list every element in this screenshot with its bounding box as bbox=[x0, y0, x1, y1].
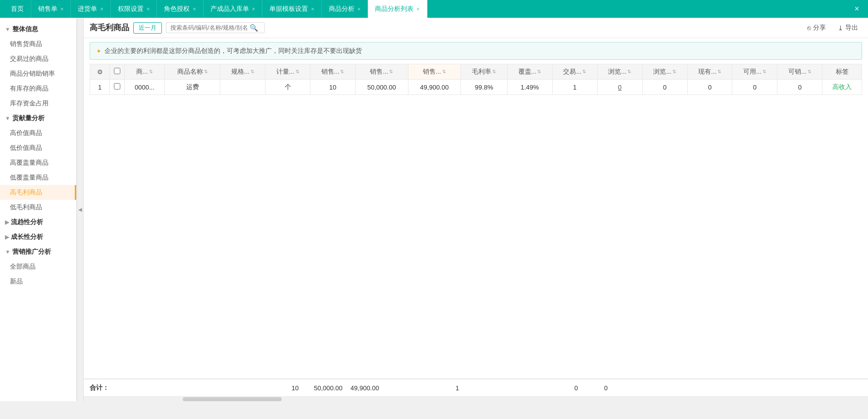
sidebar-item-high-value[interactable]: 高价值商品 bbox=[0, 126, 76, 140]
sidebar: ▼ 整体信息 销售货商品 交易过的商品 商品分销助销率 有库存的商品 库存资金占… bbox=[0, 18, 77, 401]
th-view1[interactable]: 浏览... ⇅ bbox=[597, 64, 642, 80]
sidebar-item-low-coverage[interactable]: 低覆盖量商品 bbox=[0, 170, 76, 185]
nav-inbound[interactable]: 产成品入库单 × bbox=[204, 0, 262, 18]
arrow-trend: ▶ bbox=[5, 219, 9, 226]
th-unit[interactable]: 计量... ⇅ bbox=[265, 64, 310, 80]
td-spec bbox=[220, 80, 265, 95]
sort-icon-sale-amt: ⇅ bbox=[389, 69, 393, 74]
sidebar-item-sales-goods[interactable]: 销售货商品 bbox=[0, 37, 76, 51]
search-icon[interactable]: 🔍 bbox=[250, 24, 258, 32]
data-table: ⚙ 商... ⇅ 商品名称 bbox=[90, 64, 862, 95]
sidebar-group-marketing[interactable]: ▼ 营销推广分析 bbox=[0, 244, 76, 259]
sidebar-collapse-handle[interactable]: ◀ bbox=[77, 18, 84, 401]
sort-icon-current-stock: ⇅ bbox=[717, 69, 721, 74]
th-coverage[interactable]: 覆盖... ⇅ bbox=[508, 64, 553, 80]
horizontal-scrollbar[interactable] bbox=[84, 396, 868, 401]
sidebar-group-overview[interactable]: ▼ 整体信息 bbox=[0, 22, 76, 37]
th-code[interactable]: 商... ⇅ bbox=[125, 64, 165, 80]
th-view2[interactable]: 浏览... ⇅ bbox=[642, 64, 687, 80]
nav-analysis-close[interactable]: × bbox=[357, 6, 360, 12]
select-all-checkbox[interactable] bbox=[114, 68, 120, 74]
sidebar-item-new-goods[interactable]: 新品 bbox=[0, 274, 76, 289]
sidebar-item-stock-goods[interactable]: 有库存的商品 bbox=[0, 81, 76, 96]
arrow-marketing: ▼ bbox=[5, 249, 10, 255]
sidebar-group-contribution[interactable]: ▼ 贡献量分析 bbox=[0, 111, 76, 126]
th-current-stock[interactable]: 现有... ⇅ bbox=[687, 64, 732, 80]
nav-sales[interactable]: 销售单 × bbox=[31, 0, 71, 18]
td-check[interactable] bbox=[110, 80, 125, 95]
td-view2: 0 bbox=[642, 80, 687, 95]
nav-role[interactable]: 角色授权 × bbox=[157, 0, 203, 18]
share-icon: ⎋ bbox=[807, 24, 811, 32]
sidebar-item-traded-goods[interactable]: 交易过的商品 bbox=[0, 51, 76, 66]
sidebar-item-low-margin[interactable]: 低毛利商品 bbox=[0, 200, 76, 215]
sort-icon-sale-profit: ⇅ bbox=[442, 69, 446, 74]
th-available[interactable]: 可用... ⇅ bbox=[732, 64, 777, 80]
arrow-contribution: ▼ bbox=[5, 115, 10, 121]
th-spec[interactable]: 规格... ⇅ bbox=[220, 64, 265, 80]
content-area: 高毛利商品 近一月 🔍 ⎋ 分享 ⤓ 导出 ✦ 企业的主要的利润都是这部分商品创… bbox=[84, 18, 868, 401]
search-input[interactable] bbox=[170, 24, 250, 31]
nav-purchase-close[interactable]: × bbox=[100, 6, 103, 12]
scroll-thumb[interactable] bbox=[183, 397, 282, 401]
gear-icon[interactable]: ⚙ bbox=[97, 68, 103, 76]
td-trade: 1 bbox=[552, 80, 597, 95]
td-view1[interactable]: 0 bbox=[597, 80, 642, 95]
export-button[interactable]: ⤓ 导出 bbox=[834, 22, 862, 34]
filter-recent-month-button[interactable]: 近一月 bbox=[133, 22, 162, 34]
sidebar-item-stock-capital[interactable]: 库存资金占用 bbox=[0, 96, 76, 111]
sort-icon-unit: ⇅ bbox=[296, 69, 300, 74]
td-num: 1 bbox=[90, 80, 110, 95]
td-coverage: 1.49% bbox=[508, 80, 553, 95]
footer-sale-profit: 49,900.00 bbox=[347, 384, 383, 392]
top-navigation: 首页 销售单 × 进货单 × 权限设置 × 角色授权 × 产成品入库单 × 单据… bbox=[0, 0, 868, 18]
th-trade[interactable]: 交易... ⇅ bbox=[552, 64, 597, 80]
nav-sales-close[interactable]: × bbox=[60, 6, 63, 12]
nav-template-close[interactable]: × bbox=[311, 6, 314, 12]
sidebar-item-low-value[interactable]: 低价值商品 bbox=[0, 140, 76, 155]
table-header-row: ⚙ 商... ⇅ 商品名称 bbox=[90, 64, 862, 80]
td-available: 0 bbox=[732, 80, 777, 95]
td-unit: 个 bbox=[265, 80, 310, 95]
th-tag[interactable]: 标签 bbox=[822, 64, 862, 80]
th-saleable[interactable]: 可销... ⇅ bbox=[777, 64, 822, 80]
nav-role-close[interactable]: × bbox=[193, 6, 196, 12]
sort-icon-gross-margin: ⇅ bbox=[492, 69, 496, 74]
nav-permission[interactable]: 权限设置 × bbox=[111, 0, 157, 18]
row-checkbox[interactable] bbox=[114, 83, 120, 90]
nav-purchase[interactable]: 进货单 × bbox=[71, 0, 110, 18]
sort-icon-saleable: ⇅ bbox=[808, 69, 812, 74]
th-gross-margin[interactable]: 毛利率 ⇅ bbox=[461, 64, 508, 80]
content-header: 高毛利商品 近一月 🔍 ⎋ 分享 ⤓ 导出 bbox=[84, 18, 868, 38]
sidebar-group-growth[interactable]: ▶ 成长性分析 bbox=[0, 230, 76, 244]
th-sale-count[interactable]: 销售... ⇅ bbox=[310, 64, 356, 80]
table-container[interactable]: ⚙ 商... ⇅ 商品名称 bbox=[84, 64, 868, 378]
sort-icon-spec: ⇅ bbox=[251, 69, 255, 74]
nav-home[interactable]: 首页 bbox=[4, 0, 31, 18]
footer-trade: 1 bbox=[443, 384, 472, 392]
nav-analysis[interactable]: 商品分析 × bbox=[322, 0, 368, 18]
nav-template[interactable]: 单据模板设置 × bbox=[262, 0, 321, 18]
export-icon: ⤓ bbox=[838, 24, 843, 32]
th-sale-amt[interactable]: 销售... ⇅ bbox=[355, 64, 408, 80]
sidebar-item-high-coverage[interactable]: 高覆盖量商品 bbox=[0, 155, 76, 170]
nav-permission-close[interactable]: × bbox=[147, 6, 150, 12]
table-row: 1 0000... 运费 个 10 50,000.00 49,900.00 99… bbox=[90, 80, 862, 95]
share-button[interactable]: ⎋ 分享 bbox=[803, 22, 830, 34]
sidebar-item-distribution[interactable]: 商品分销助销率 bbox=[0, 66, 76, 81]
footer-sale-amt: 50,000.00 bbox=[310, 384, 347, 392]
th-sale-profit[interactable]: 销售... ⇅ bbox=[408, 64, 461, 80]
tip-bar: ✦ 企业的主要的利润都是这部分商品创造的，可考虑加大推广，同时关注库存是不要出现… bbox=[90, 42, 862, 60]
nav-inbound-close[interactable]: × bbox=[252, 6, 255, 12]
sidebar-item-all-goods[interactable]: 全部商品 bbox=[0, 259, 76, 274]
td-tag: 高收入 bbox=[822, 80, 862, 95]
sidebar-item-high-margin[interactable]: 高毛利商品 bbox=[0, 185, 76, 200]
sidebar-group-trend[interactable]: ▶ 流趋性分析 bbox=[0, 215, 76, 230]
nav-analysis-list-close[interactable]: × bbox=[416, 6, 419, 12]
sort-icon-view2: ⇅ bbox=[672, 69, 676, 74]
window-close-button[interactable]: × bbox=[850, 4, 864, 13]
sidebar-wrapper: ▼ 整体信息 销售货商品 交易过的商品 商品分销助销率 有库存的商品 库存资金占… bbox=[0, 18, 84, 401]
th-name[interactable]: 商品名称 ⇅ bbox=[164, 64, 220, 80]
footer-total: 合计： 10 50,000.00 49,900.00 1 0 0 bbox=[90, 383, 862, 392]
nav-analysis-list[interactable]: 商品分析列表 × bbox=[368, 0, 427, 18]
